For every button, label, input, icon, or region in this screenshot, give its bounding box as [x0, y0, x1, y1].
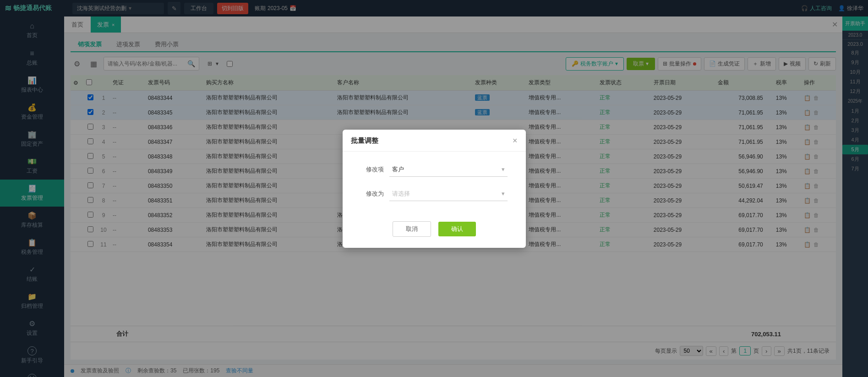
- value-dropdown-icon: ▾: [502, 190, 505, 197]
- value-select[interactable]: 请选择 ▾: [389, 187, 508, 201]
- modal-body: 修改项 客户 ▾ 修改为 请选择 ▾: [343, 152, 526, 217]
- modal-header: 批量调整 ×: [343, 130, 526, 152]
- field-dropdown-icon: ▾: [502, 166, 505, 173]
- field-row: 修改项 客户 ▾: [361, 163, 508, 177]
- modal-overlay: 批量调整 × 修改项 客户 ▾ 修改为 请选择 ▾ 取消 确认: [0, 0, 868, 377]
- value-label: 修改为: [361, 190, 384, 198]
- confirm-button[interactable]: 确认: [438, 222, 476, 236]
- modal-footer: 取消 确认: [343, 217, 526, 248]
- modal-title: 批量调整: [351, 137, 378, 145]
- value-row: 修改为 请选择 ▾: [361, 187, 508, 201]
- field-select[interactable]: 客户 ▾: [389, 163, 508, 177]
- cancel-button[interactable]: 取消: [393, 221, 431, 237]
- batch-adjust-modal: 批量调整 × 修改项 客户 ▾ 修改为 请选择 ▾ 取消 确认: [343, 130, 526, 248]
- value-placeholder: 请选择: [392, 190, 410, 198]
- field-value: 客户: [392, 165, 404, 174]
- modal-close-btn[interactable]: ×: [513, 136, 518, 146]
- field-label: 修改项: [361, 165, 384, 174]
